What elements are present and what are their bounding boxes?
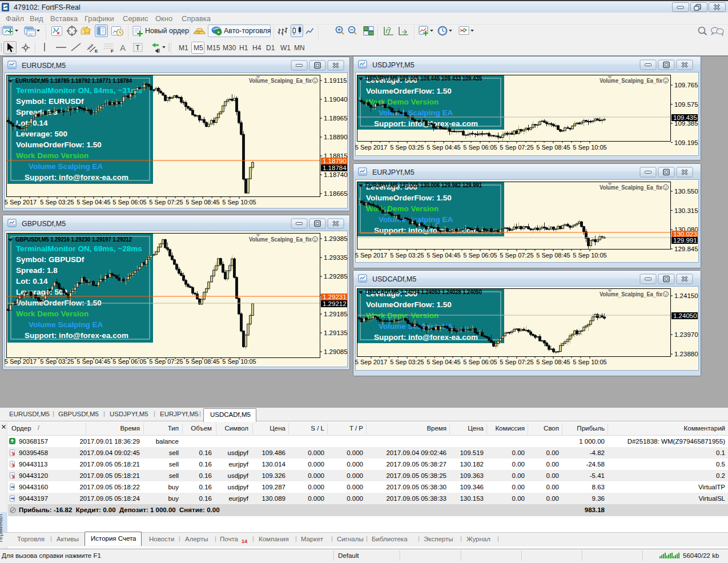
svg-text:Volume_Scalping_Ea_fix: Volume_Scalping_Ea_fix	[600, 184, 663, 191]
svg-text:1.23880: 1.23880	[674, 351, 698, 357]
svg-text:5 Sep 2017: 5 Sep 2017	[5, 199, 37, 206]
svg-text:M5: M5	[194, 44, 203, 52]
svg-text:5 Sep 06:05: 5 Sep 06:05	[112, 199, 146, 206]
svg-text:H4: H4	[252, 44, 262, 52]
svg-text:5 Sep 03:25: 5 Sep 03:25	[390, 144, 424, 151]
svg-text:T: T	[136, 44, 140, 52]
svg-text:VolumeOrderFlow: 1.50: VolumeOrderFlow: 1.50	[16, 299, 102, 307]
svg-text:5 Sep 03:25: 5 Sep 03:25	[390, 252, 424, 259]
svg-text:5 Sep 03:25: 5 Sep 03:25	[40, 358, 74, 365]
svg-text:Терминал: Терминал	[0, 514, 3, 544]
svg-text:Lot: 0.14: Lot: 0.14	[16, 277, 48, 285]
svg-text:USDJPYf,M5: USDJPYf,M5	[372, 61, 415, 69]
svg-text:5 Sep 03:25: 5 Sep 03:25	[40, 199, 74, 206]
svg-text:5 Sep 07:25: 5 Sep 07:25	[500, 252, 533, 259]
svg-text:1.19115: 1.19115	[324, 77, 347, 84]
svg-text:Volume Scalping EA: Volume Scalping EA	[29, 320, 103, 329]
svg-text:5 Sep 07:25: 5 Sep 07:25	[500, 144, 533, 151]
svg-text:1.29335: 1.29335	[324, 254, 348, 261]
svg-text:M15: M15	[207, 44, 220, 52]
svg-text:D1: D1	[266, 44, 275, 52]
svg-text:EURUSDf,M5: EURUSDf,M5	[22, 62, 66, 70]
svg-text:5 Sep 07:25: 5 Sep 07:25	[500, 359, 533, 365]
svg-text:1.18965: 1.18965	[324, 115, 348, 122]
svg-text:1.29285: 1.29285	[324, 273, 348, 280]
svg-text:5 Sep 06:05: 5 Sep 06:05	[463, 144, 497, 151]
svg-text:129.845: 129.845	[674, 246, 698, 252]
svg-text:5 Sep 03:25: 5 Sep 03:25	[390, 359, 424, 365]
svg-text:Work Demo Version: Work Demo Version	[16, 309, 89, 318]
svg-text:Volume_Scalping_Ea_fix: Volume_Scalping_Ea_fix	[249, 236, 312, 243]
svg-text:5 Sep 06:05: 5 Sep 06:05	[112, 358, 146, 365]
svg-text:Symbol: EURUSDf: Symbol: EURUSDf	[16, 97, 84, 106]
svg-text:W1: W1	[280, 44, 291, 52]
svg-text:109.575: 109.575	[674, 101, 698, 108]
svg-text:5 Sep 04:45: 5 Sep 04:45	[427, 252, 460, 259]
svg-text:5 Sep 04:45: 5 Sep 04:45	[77, 199, 110, 206]
svg-text:109.765: 109.765	[674, 82, 698, 89]
svg-text:5 Sep 10:05: 5 Sep 10:05	[222, 199, 256, 206]
svg-text:130.550: 130.550	[674, 188, 698, 195]
svg-text:5 Sep 06:05: 5 Sep 06:05	[463, 252, 497, 259]
svg-text:Support: info@forex-ea.com: Support: info@forex-ea.com	[25, 331, 128, 340]
svg-text:Support: info@forex-ea.com: Support: info@forex-ea.com	[25, 173, 128, 182]
svg-text:5 Sep 2017: 5 Sep 2017	[355, 144, 387, 151]
svg-text:1.29185: 1.29185	[324, 311, 348, 317]
svg-text:1.29085: 1.29085	[324, 348, 348, 355]
svg-text:Volume_Scalping_Ea_fix: Volume_Scalping_Ea_fix	[249, 77, 312, 84]
svg-text:1.18790: 1.18790	[323, 158, 347, 164]
svg-text:109.435: 109.435	[673, 114, 697, 121]
svg-text:Symbol: GBPUSDf: Symbol: GBPUSDf	[16, 255, 85, 264]
svg-text:Volume_Scalping_Ea_fix: Volume_Scalping_Ea_fix	[600, 77, 663, 84]
svg-text:Авто-торговля: Авто-торговля	[224, 27, 271, 35]
svg-text:USDJPYf,M5 109.445 109.445 10: USDJPYf,M5 109.445 109.445 109.433 109.4…	[365, 75, 482, 82]
svg-text:Leverage: 500: Leverage: 500	[16, 130, 67, 138]
svg-text:5 Sep 2017: 5 Sep 2017	[355, 359, 387, 365]
svg-text:1.23970: 1.23970	[674, 331, 698, 338]
svg-text:1.24050: 1.24050	[673, 312, 697, 319]
svg-text:1.29385: 1.29385	[324, 235, 348, 242]
svg-text:1.29135: 1.29135	[324, 329, 348, 336]
svg-text:5 Sep 08:45: 5 Sep 08:45	[536, 359, 570, 365]
svg-text:5 Sep 08:45: 5 Sep 08:45	[186, 358, 219, 365]
svg-text:VolumeOrderFlow: 1.50: VolumeOrderFlow: 1.50	[366, 300, 452, 309]
svg-text:1.29231: 1.29231	[323, 293, 347, 300]
svg-text:M30: M30	[223, 44, 236, 52]
svg-text:5 Sep 10:05: 5 Sep 10:05	[573, 359, 606, 365]
svg-text:F: F	[111, 49, 114, 54]
svg-text:A: A	[120, 43, 126, 53]
svg-text:5 Sep 07:25: 5 Sep 07:25	[149, 358, 183, 365]
svg-text:5 Sep 04:45: 5 Sep 04:45	[427, 144, 460, 151]
svg-text:1.18740: 1.18740	[324, 171, 348, 178]
svg-text:VolumeOrderFlow: 1.50: VolumeOrderFlow: 1.50	[366, 194, 452, 202]
svg-text:5 Sep 08:45: 5 Sep 08:45	[536, 144, 570, 151]
svg-text:Support: info@forex-ea.com: Support: info@forex-ea.com	[374, 333, 478, 341]
svg-text:109.195: 109.195	[674, 139, 698, 146]
svg-text:1.19040: 1.19040	[324, 96, 348, 103]
svg-text:VolumeOrderFlow: 1.50: VolumeOrderFlow: 1.50	[16, 140, 102, 149]
svg-text:5 Sep 06:05: 5 Sep 06:05	[463, 359, 497, 365]
svg-text:E: E	[95, 49, 98, 54]
svg-text:5 Sep 07:25: 5 Sep 07:25	[149, 199, 183, 206]
svg-text:Spread: 1.8: Spread: 1.8	[16, 266, 58, 275]
svg-text:5 Sep 08:45: 5 Sep 08:45	[186, 199, 219, 206]
svg-text:5 Sep 04:45: 5 Sep 04:45	[427, 359, 460, 365]
svg-text:1.24150: 1.24150	[674, 292, 698, 299]
svg-text:Volume Scalping EA: Volume Scalping EA	[29, 162, 103, 171]
svg-text:130.315: 130.315	[674, 207, 698, 214]
svg-text:5 Sep 04:45: 5 Sep 04:45	[77, 358, 110, 365]
svg-text:TerminalMonitor ON, 84ms, ~31m: TerminalMonitor ON, 84ms, ~31ms	[16, 86, 142, 95]
svg-text:1.18665: 1.18665	[324, 190, 348, 197]
svg-text:5 Sep 10:05: 5 Sep 10:05	[573, 252, 606, 259]
svg-text:5 Sep 10:05: 5 Sep 10:05	[573, 144, 606, 151]
svg-text:Work Demo Version: Work Demo Version	[16, 151, 89, 160]
svg-text:1.18890: 1.18890	[324, 134, 348, 140]
svg-text:5 Sep 10:05: 5 Sep 10:05	[222, 358, 256, 365]
svg-text:MN: MN	[294, 44, 305, 52]
svg-text:1.29212: 1.29212	[323, 300, 347, 307]
svg-text:5 Sep 2017: 5 Sep 2017	[355, 252, 387, 259]
svg-text:EURJPYf,M5: EURJPYf,M5	[372, 168, 415, 176]
svg-text:USDCADf,M5: USDCADf,M5	[372, 275, 416, 283]
svg-text:Новый ордер: Новый ордер	[145, 27, 189, 35]
svg-text:EURUSDf,M5 1.18785 1.18792 1.: EURUSDf,M5 1.18785 1.18792 1.18771 1.187…	[15, 77, 132, 84]
